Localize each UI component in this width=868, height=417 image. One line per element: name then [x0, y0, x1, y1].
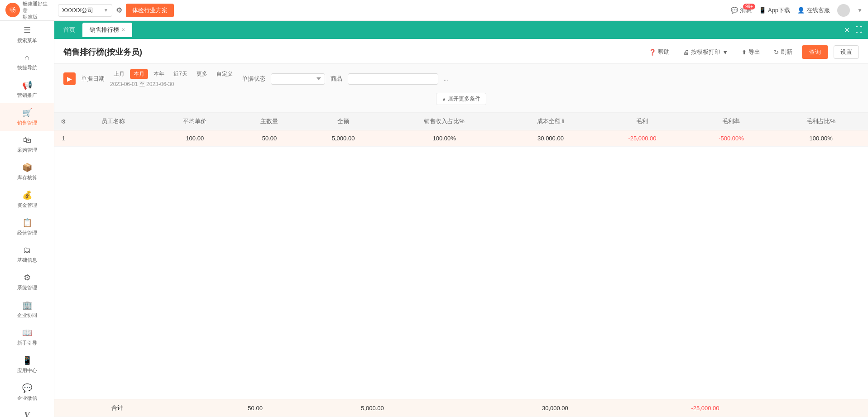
query-button[interactable]: 查询 — [802, 45, 828, 59]
date-tab-last-month[interactable]: 上月 — [110, 69, 128, 79]
content-area: 首页 销售排行榜 × ✕ ⛶ 销售排行榜(按业务员) — [54, 21, 868, 417]
tab-bar: 首页 销售排行榜 × ✕ ⛶ — [54, 21, 868, 39]
table-footer: 合计 50.00 5,000.00 30,000.00 -25,000.00 — [54, 399, 868, 417]
inventory-icon: 📦 — [22, 163, 32, 173]
page-header: 销售排行榜(按业务员) ❓ 帮助 🖨 按模板打印 ▼ ⬆ — [54, 39, 868, 64]
system-icon: ⚙ — [24, 273, 31, 283]
goods-input[interactable] — [348, 73, 438, 85]
apps-icon: 📱 — [22, 355, 32, 365]
goods-label: 商品 — [331, 75, 342, 83]
data-table: ⚙ 员工名称 平均单价 主数量 全额 销售收入占比% 成本全额 ℹ 毛利 毛利率… — [54, 113, 868, 147]
footer-gross-rate — [782, 399, 825, 417]
footer-table: 合计 50.00 5,000.00 30,000.00 -25,000.00 — [54, 399, 868, 417]
online-service-button[interactable]: 👤 在线客服 — [797, 6, 830, 14]
date-tab-this-month[interactable]: 本月 — [130, 69, 148, 79]
col-avg-price: 平均单价 — [154, 113, 235, 130]
sidebar-item-guide[interactable]: 📖 新手引导 — [0, 323, 54, 351]
footer-gross: -25,000.00 — [628, 399, 782, 417]
status-select[interactable] — [271, 73, 325, 85]
finance-icon: 💰 — [22, 190, 32, 200]
sidebar: ☰ 搜索菜单 ⌂ 快捷导航 📢 营销推广 🛒 销售管理 🛍 采购管理 📦 库 — [0, 21, 54, 417]
sidebar-item-purchase[interactable]: 🛍 采购管理 — [0, 131, 54, 158]
filter-row-1: ▶ 单据日期 上月 本月 本年 近7天 更多 自定义 — [63, 69, 859, 88]
filter-area: ▶ 单据日期 上月 本月 本年 近7天 更多 自定义 — [54, 64, 868, 113]
table-row: 1 100.00 50.00 5,000.00 100.00% 30,000.0… — [54, 130, 868, 147]
col-settings[interactable]: ⚙ — [54, 113, 72, 130]
expand-row: ∨ 展开更多条件 — [63, 88, 859, 107]
footer-gross-ratio — [825, 399, 868, 417]
cell-gross: -25,000.00 — [596, 130, 688, 147]
col-gross: 毛利 — [596, 113, 688, 130]
guide-icon: 📖 — [22, 328, 32, 338]
table-header-row: ⚙ 员工名称 平均单价 主数量 全额 销售收入占比% 成本全额 ℹ 毛利 毛利率… — [54, 113, 868, 130]
help-icon: ❓ — [649, 49, 656, 56]
tab-home[interactable]: 首页 — [56, 23, 82, 37]
trial-button[interactable]: 体验行业方案 — [126, 4, 174, 17]
footer-settings-cell — [54, 399, 72, 417]
col-cost-amount: 成本全额 ℹ — [505, 113, 596, 130]
col-gross-rate: 毛利率 — [689, 113, 774, 130]
setting-button[interactable]: 设置 — [834, 45, 859, 59]
date-tabs: 上月 本月 本年 近7天 更多 自定义 — [110, 69, 236, 79]
brand-text: 畅康通好生意 标准版 — [23, 0, 51, 20]
main-area: ☰ 搜索菜单 ⌂ 快捷导航 📢 营销推广 🛒 销售管理 🛍 采购管理 📦 库 — [0, 21, 868, 417]
date-tab-more[interactable]: 更多 — [193, 69, 211, 79]
status-label: 单据状态 — [242, 75, 265, 83]
page-title: 销售排行榜(按业务员) — [63, 47, 142, 58]
sidebar-item-apps[interactable]: 📱 应用中心 — [0, 351, 54, 379]
close-window-icon[interactable]: ✕ — [844, 26, 850, 34]
refresh-button[interactable]: ↻ 刷新 — [770, 46, 796, 58]
date-range: 2023-06-01 至 2023-06-30 — [110, 81, 236, 88]
expand-conditions-button[interactable]: ∨ 展开更多条件 — [436, 93, 486, 105]
sidebar-item-label: 营销推广 — [17, 92, 37, 99]
page-content: 销售排行榜(按业务员) ❓ 帮助 🖨 按模板打印 ▼ ⬆ — [54, 39, 868, 417]
sidebar-item-basics[interactable]: 🗂 基础信息 — [0, 241, 54, 268]
sidebar-item-operations[interactable]: 📋 经营管理 — [0, 213, 54, 241]
maximize-icon[interactable]: ⛶ — [855, 26, 863, 34]
sidebar-item-label: 新手引导 — [17, 340, 37, 346]
col-name: 员工名称 — [72, 113, 154, 130]
sidebar-item-wechat[interactable]: 💬 企业微信 — [0, 379, 54, 406]
message-badge: 99+ — [743, 4, 755, 10]
settings-icon-btn[interactable]: ⚙ — [116, 6, 122, 14]
col-gross-ratio: 毛利占比% — [774, 113, 868, 130]
download-icon: 📱 — [759, 7, 766, 14]
brand-logo: 畅 — [5, 3, 20, 17]
marketing-icon: 📢 — [22, 80, 32, 90]
sidebar-item-sales[interactable]: 🛒 销售管理 — [0, 103, 54, 131]
sidebar-item-label: 应用中心 — [17, 367, 37, 374]
export-button[interactable]: ⬆ 导出 — [738, 46, 764, 58]
help-button[interactable]: ❓ 帮助 — [645, 46, 674, 58]
date-tab-custom[interactable]: 自定义 — [213, 69, 236, 79]
sidebar-item-inventory[interactable]: 📦 库存核算 — [0, 158, 54, 186]
sidebar-item-system[interactable]: ⚙ 系统管理 — [0, 268, 54, 296]
footer-cost-amount: 30,000.00 — [482, 399, 628, 417]
app-download-button[interactable]: 📱 App下载 — [759, 6, 790, 14]
date-tab-7days[interactable]: 近7天 — [170, 69, 191, 79]
cell-amount: 5,000.00 — [303, 130, 384, 147]
cell-main-qty: 50.00 — [235, 130, 303, 147]
tab-sales-ranking[interactable]: 销售排行榜 × — [82, 23, 132, 37]
sidebar-item-finance[interactable]: 💰 资金管理 — [0, 186, 54, 213]
sidebar-item-quick-nav[interactable]: ⌂ 快捷导航 — [0, 48, 54, 76]
sidebar-item-search-orders[interactable]: ☰ 搜索菜单 — [0, 21, 54, 48]
expand-arrow-button[interactable]: ▶ — [63, 72, 76, 85]
sidebar-item-enterprise[interactable]: 🏢 企业协同 — [0, 296, 54, 323]
print-button[interactable]: 🖨 按模板打印 ▼ — [679, 46, 732, 58]
footer-label: 合计 — [72, 399, 162, 417]
company-name: XXXXX公司 — [62, 6, 102, 14]
company-selector[interactable]: XXXXX公司 ▼ — [58, 4, 112, 17]
sidebar-item-marketing[interactable]: 📢 营销推广 — [0, 76, 54, 103]
more-options-link[interactable]: ... — [444, 76, 448, 82]
message-button[interactable]: 💬 消息 99+ — [731, 6, 752, 14]
top-bar: 畅 畅康通好生意 标准版 XXXXX公司 ▼ ⚙ 体验行业方案 💬 消息 99+… — [0, 0, 868, 21]
date-tab-this-year[interactable]: 本年 — [150, 69, 168, 79]
sidebar-item-label: 快捷导航 — [17, 64, 37, 71]
operations-icon: 📋 — [22, 218, 32, 228]
tab-close-icon[interactable]: × — [122, 27, 125, 33]
sidebar-item-member[interactable]: V 畅会员 — [0, 406, 54, 417]
footer-row: 合计 50.00 5,000.00 30,000.00 -25,000.00 — [54, 399, 868, 417]
sidebar-item-label: 基础信息 — [17, 257, 37, 264]
cell-sales-ratio: 100.00% — [384, 130, 505, 147]
user-avatar[interactable] — [837, 4, 850, 17]
